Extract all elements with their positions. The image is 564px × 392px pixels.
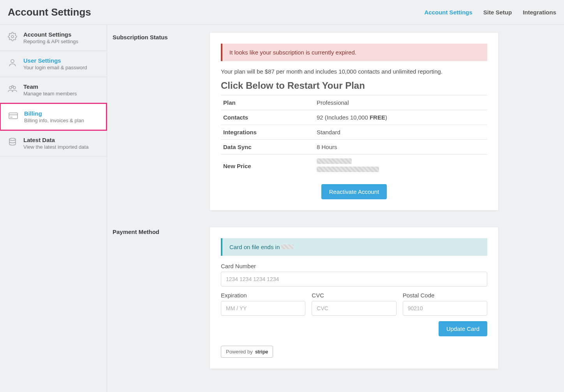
table-row: Contacts 92 (Includes 10,000 FREE) [221, 110, 487, 125]
sidebar-item-label: Billing [24, 110, 84, 117]
payment-card: Card on file ends in Card Number Expirat… [210, 227, 498, 369]
subscription-section: Subscription Status It looks like your s… [113, 33, 564, 210]
plan-key: Plan [221, 95, 314, 110]
nav-integrations[interactable]: Integrations [523, 9, 556, 16]
plan-table: Plan Professional Contacts 92 (Includes … [221, 95, 487, 177]
sidebar-item-label: Account Settings [23, 31, 78, 38]
expired-alert: It looks like your subscription is curre… [221, 44, 487, 61]
card-number-input[interactable] [221, 272, 487, 287]
contacts-value: 92 (Includes 10,000 FREE) [314, 110, 487, 125]
table-row: Plan Professional [221, 95, 487, 110]
sidebar-item-sub: Manage team members [23, 91, 77, 97]
sidebar-item-label: Latest Data [23, 137, 88, 143]
card-number-label: Card Number [221, 263, 487, 269]
cvc-input[interactable] [312, 301, 396, 316]
sync-value: 8 Hours [314, 140, 487, 155]
sidebar-item-sub: View the latest imported data [23, 144, 88, 150]
sidebar-item-latest-data[interactable]: Latest Data View the latest imported dat… [0, 130, 107, 156]
card-on-file-alert: Card on file ends in [221, 238, 487, 256]
sidebar-item-billing[interactable]: Billing Billing info, invoices & plan [0, 103, 107, 131]
sidebar-item-label: Team [23, 83, 77, 90]
svg-point-0 [11, 35, 14, 38]
subscription-card: It looks like your subscription is curre… [210, 33, 498, 210]
sidebar-item-account-settings[interactable]: Account Settings Reporting & API setting… [0, 25, 107, 51]
price-value [314, 155, 487, 178]
payment-section-label: Payment Method [113, 227, 210, 369]
price-key: New Price [221, 155, 314, 178]
database-icon [7, 137, 18, 148]
table-row: Integrations Standard [221, 125, 487, 140]
payment-section: Payment Method Card on file ends in Card… [113, 227, 564, 369]
cvc-label: CVC [312, 292, 396, 299]
integrations-key: Integrations [221, 125, 314, 140]
svg-point-8 [9, 138, 16, 141]
user-icon [7, 57, 18, 68]
sidebar-item-sub: Reporting & API settings [23, 39, 78, 44]
table-row: Data Sync 8 Hours [221, 140, 487, 155]
sync-key: Data Sync [221, 140, 314, 155]
contacts-key: Contacts [221, 110, 314, 125]
reactivate-button[interactable]: Reactivate Account [321, 184, 387, 199]
svg-point-4 [12, 86, 14, 88]
integrations-value: Standard [314, 125, 487, 140]
restart-heading: Click Below to Restart Your Plan [221, 80, 487, 91]
header: Account Settings Account Settings Site S… [0, 0, 564, 25]
main-content: Subscription Status It looks like your s… [107, 25, 564, 392]
svg-rect-5 [9, 113, 18, 119]
sidebar-item-sub: Billing info, invoices & plan [24, 118, 84, 123]
sidebar-item-label: User Settings [23, 57, 87, 64]
plan-value: Professional [314, 95, 487, 110]
plan-description: Your plan will be $87 per month and incl… [221, 68, 487, 75]
header-nav: Account Settings Site Setup Integrations [424, 9, 556, 16]
nav-account-settings[interactable]: Account Settings [424, 9, 472, 16]
nav-site-setup[interactable]: Site Setup [483, 9, 512, 16]
team-icon [7, 83, 18, 94]
expiration-input[interactable] [221, 301, 305, 316]
stripe-badge: Powered by stripe [221, 346, 273, 358]
subscription-section-label: Subscription Status [113, 33, 210, 210]
table-row: New Price [221, 155, 487, 178]
sidebar: Account Settings Reporting & API setting… [0, 25, 107, 392]
postal-code-input[interactable] [403, 301, 487, 316]
sidebar-item-sub: Your login email & password [23, 65, 87, 70]
postal-code-label: Postal Code [403, 292, 487, 299]
credit-card-icon [8, 110, 19, 121]
expiration-label: Expiration [221, 292, 305, 299]
page-title: Account Settings [8, 6, 91, 18]
update-card-button[interactable]: Update Card [439, 321, 487, 336]
sidebar-item-team[interactable]: Team Manage team members [0, 77, 107, 103]
sidebar-item-user-settings[interactable]: User Settings Your login email & passwor… [0, 51, 107, 77]
svg-point-1 [11, 60, 14, 63]
gear-icon [7, 31, 18, 42]
